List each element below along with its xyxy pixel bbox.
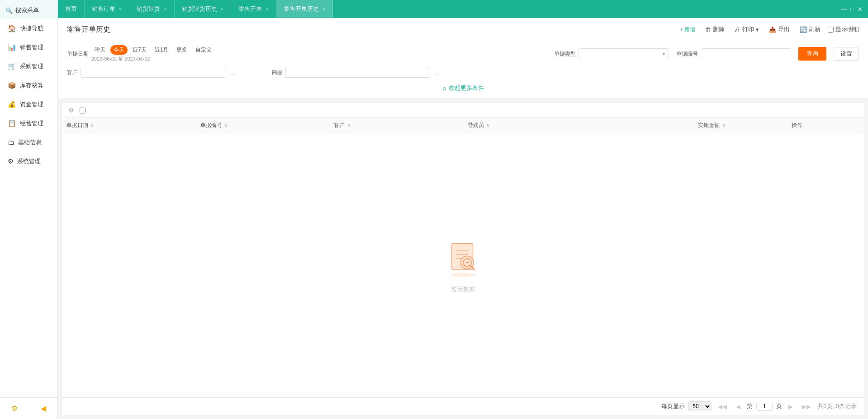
date-options: 昨天今天近7天近1月更多自定义 bbox=[91, 45, 215, 55]
goods-filter-group: 商品 ... bbox=[272, 67, 442, 78]
no-filter-group: 单据编号 bbox=[676, 48, 791, 59]
nav-label-sales-mgmt: 销售管理 bbox=[20, 43, 43, 52]
empty-illustration bbox=[443, 237, 484, 278]
tab-retail-open[interactable]: 零售开单× bbox=[231, 0, 276, 18]
filter-area: 单据日期 昨天今天近7天近1月更多自定义2023-06-02 至 2023-06… bbox=[67, 41, 859, 99]
nav-label-operations: 经营管理 bbox=[20, 119, 43, 127]
goods-more-icon[interactable]: ... bbox=[433, 67, 442, 77]
date-opt-近1月[interactable]: 近1月 bbox=[152, 45, 172, 55]
svg-point-0 bbox=[451, 273, 475, 277]
sidebar-settings-icon[interactable]: ⚙ bbox=[8, 402, 21, 414]
sidebar-nav: 🏠快捷导航📊销售管理🛒采购管理📦库存核算💰资金管理📋经营管理🗂基础信息⚙系统管理 bbox=[0, 19, 57, 397]
sidebar-item-quick-nav[interactable]: 🏠快捷导航 bbox=[0, 19, 57, 38]
goods-input[interactable] bbox=[285, 67, 430, 78]
page-input[interactable] bbox=[756, 402, 773, 411]
customer-more-icon[interactable]: ... bbox=[228, 67, 237, 77]
col-date[interactable]: 单据日期 ⇅ bbox=[62, 118, 196, 133]
toolbar: + 新增 🗑 删除 🖨 打印 ▾ 📤 导出 🔄 bbox=[677, 24, 859, 35]
print-dropdown-icon[interactable]: ▾ bbox=[756, 26, 759, 33]
date-opt-昨天[interactable]: 昨天 bbox=[91, 45, 109, 55]
display-toggle[interactable]: 显示明细 bbox=[828, 25, 859, 33]
sidebar-item-operations[interactable]: 📋经营管理 bbox=[0, 114, 57, 133]
tab-close-sales-return-history[interactable]: × bbox=[221, 6, 223, 12]
main-area: 首页销售订单×销货退货×销货退货历史×零售开单×零售开单历史× — □ ✕ 零售… bbox=[58, 0, 868, 419]
date-opt-自定义[interactable]: 自定义 bbox=[192, 45, 215, 55]
print-button[interactable]: 🖨 打印 ▾ bbox=[732, 24, 762, 35]
tab-bar-right: — □ ✕ bbox=[841, 0, 868, 18]
display-toggle-checkbox[interactable] bbox=[828, 27, 834, 33]
col-amount[interactable]: 实销金额 ⇅ bbox=[597, 118, 730, 133]
select-all-checkbox[interactable] bbox=[80, 108, 85, 113]
nav-icon-operations: 📋 bbox=[8, 119, 16, 127]
sidebar-item-finance[interactable]: 💰资金管理 bbox=[0, 95, 57, 114]
tab-close-sales-order[interactable]: × bbox=[119, 6, 122, 12]
tab-close-retail-open[interactable]: × bbox=[266, 6, 268, 12]
tab-bar: 首页销售订单×销货退货×销货退货历史×零售开单×零售开单历史× — □ ✕ bbox=[58, 0, 868, 18]
tab-retail-open-history[interactable]: 零售开单历史× bbox=[276, 0, 333, 18]
sidebar-search[interactable]: 🔍 搜索采单 bbox=[0, 0, 57, 19]
tab-label-home: 首页 bbox=[65, 5, 77, 13]
export-button[interactable]: 📤 导出 bbox=[766, 24, 792, 35]
date-label: 单据日期 bbox=[67, 50, 89, 58]
nav-icon-quick-nav: 🏠 bbox=[8, 24, 16, 33]
type-select[interactable] bbox=[579, 48, 669, 59]
type-filter-group: 单据类型 bbox=[554, 48, 669, 59]
filter-row-2: 客户 ... 商品 ... bbox=[67, 67, 859, 78]
sidebar-item-inventory[interactable]: 📦库存核算 bbox=[0, 76, 57, 95]
prev-page-btn[interactable]: ◀ bbox=[733, 402, 743, 411]
sidebar-bottom: ⚙ ◀ bbox=[0, 397, 57, 419]
nav-icon-sales-mgmt: 📊 bbox=[8, 43, 16, 52]
tab-sales-order[interactable]: 销售订单× bbox=[85, 0, 129, 18]
date-opt-近7天[interactable]: 近7天 bbox=[129, 45, 150, 55]
nav-label-inventory: 库存核算 bbox=[20, 81, 43, 89]
tab-close-sales-return[interactable]: × bbox=[164, 6, 166, 12]
next-page-btn[interactable]: ▶ bbox=[786, 402, 796, 411]
date-opt-今天[interactable]: 今天 bbox=[110, 45, 128, 55]
date-opt-更多[interactable]: 更多 bbox=[173, 45, 190, 55]
nav-icon-inventory: 📦 bbox=[8, 81, 16, 89]
delete-button[interactable]: 🗑 删除 bbox=[702, 24, 727, 35]
nav-label-finance: 资金管理 bbox=[20, 100, 43, 108]
tab-label-sales-return-history: 销货退货历史 bbox=[182, 5, 217, 13]
date-filter-group: 单据日期 昨天今天近7天近1月更多自定义2023-06-02 至 2023-06… bbox=[67, 45, 215, 62]
tab-sales-return-history[interactable]: 销货退货历史× bbox=[175, 0, 231, 18]
collapse-label: 收起更多条件 bbox=[449, 84, 484, 92]
refresh-icon: 🔄 bbox=[800, 26, 807, 33]
empty-area: 暂无数据 bbox=[62, 133, 864, 397]
table-header: 单据日期 ⇅单据编号 ⇅客户 ⇅导购员 ⇅实销金额 ⇅操作 bbox=[62, 118, 864, 133]
delete-icon: 🗑 bbox=[705, 26, 711, 33]
window-max-btn[interactable]: □ bbox=[850, 6, 854, 13]
no-input[interactable] bbox=[701, 48, 791, 59]
table-settings-icon[interactable]: ⚙ bbox=[66, 106, 76, 115]
sidebar-item-purchase-mgmt[interactable]: 🛒采购管理 bbox=[0, 57, 57, 76]
customer-input[interactable] bbox=[81, 67, 225, 78]
per-page-select[interactable]: 50 20 100 bbox=[688, 401, 711, 411]
col-guide[interactable]: 导购员 ⇅ bbox=[463, 118, 597, 133]
tab-home[interactable]: 首页 bbox=[58, 0, 85, 18]
sidebar-item-basic-info[interactable]: 🗂基础信息 bbox=[0, 133, 57, 152]
sidebar-collapse-icon[interactable]: ◀ bbox=[37, 402, 50, 414]
sort-icon-no: ⇅ bbox=[224, 123, 228, 128]
refresh-button[interactable]: 🔄 刷新 bbox=[797, 24, 823, 35]
page-title: 零售开单历史 bbox=[67, 25, 110, 34]
collapse-link[interactable]: ∧ 收起更多条件 bbox=[67, 82, 859, 96]
search-icon: 🔍 bbox=[5, 7, 13, 14]
sidebar-item-sales-mgmt[interactable]: 📊销售管理 bbox=[0, 38, 57, 57]
query-button[interactable]: 查询 bbox=[798, 47, 826, 61]
last-page-btn[interactable]: ▶▶ bbox=[799, 402, 814, 411]
table-toolbar: ⚙ bbox=[62, 103, 864, 118]
tab-close-retail-open-history[interactable]: × bbox=[323, 6, 325, 12]
empty-text: 暂无数据 bbox=[451, 285, 475, 293]
nav-icon-finance: 💰 bbox=[8, 100, 16, 108]
window-min-btn[interactable]: — bbox=[841, 6, 847, 13]
tab-sales-return[interactable]: 销货退货× bbox=[129, 0, 174, 18]
first-page-btn[interactable]: ◀◀ bbox=[715, 402, 730, 411]
setting-button[interactable]: 设置 bbox=[834, 47, 859, 61]
col-customer[interactable]: 客户 ⇅ bbox=[329, 118, 463, 133]
page-label: 第 bbox=[747, 402, 753, 410]
window-close-btn[interactable]: ✕ bbox=[858, 6, 863, 13]
page-suffix: 页 bbox=[776, 402, 782, 410]
col-no[interactable]: 单据编号 ⇅ bbox=[196, 118, 330, 133]
sidebar-item-sys-mgmt[interactable]: ⚙系统管理 bbox=[0, 152, 57, 171]
add-button[interactable]: + 新增 bbox=[677, 24, 698, 35]
